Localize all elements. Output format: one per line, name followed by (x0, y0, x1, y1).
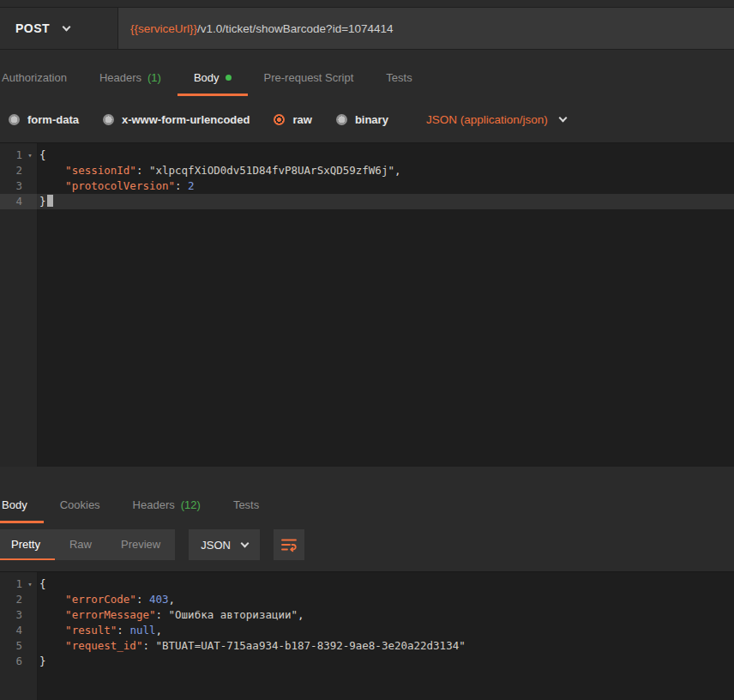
code-line[interactable]: 4} (0, 194, 734, 209)
view-raw[interactable]: Raw (55, 529, 106, 560)
radio-label: x-www-form-urlencoded (122, 113, 250, 126)
code-token: { (39, 577, 46, 590)
view-preview[interactable]: Preview (106, 529, 175, 560)
url-variable: {{serviceUrl}} (130, 22, 197, 35)
code-line[interactable]: 2 "sessionId": "xlpcqfXiOD0dv51D84fvP8UA… (0, 163, 734, 178)
code-token: : (155, 608, 168, 621)
line-number: 4 (0, 194, 22, 209)
code-token: "sessionId" (65, 164, 136, 177)
code-text: "result": null, (38, 623, 162, 638)
request-body-editor[interactable]: 1▾{2 "sessionId": "xlpcqfXiOD0dv51D84fvP… (0, 142, 734, 467)
code-token: "errorCode" (65, 593, 136, 606)
radio-icon (9, 114, 20, 125)
tab-label: Tests (386, 71, 412, 84)
tab-response-body[interactable]: Body (0, 489, 44, 523)
code-token: "Ошибка авторизации" (169, 608, 298, 621)
fold-caret-icon[interactable]: ▾ (22, 148, 38, 163)
code-text: "sessionId": "xlpcqfXiOD0dv51D84fvP8UArS… (38, 163, 400, 178)
code-token: "request_id" (65, 639, 142, 652)
code-token: , (156, 624, 163, 637)
fold-caret-icon[interactable]: ▾ (22, 576, 38, 592)
request-code-lines: 1▾{2 "sessionId": "xlpcqfXiOD0dv51D84fvP… (0, 143, 734, 209)
code-token: , (169, 593, 176, 606)
tab-authorization[interactable]: Authorization (0, 62, 83, 96)
code-token: "xlpcqfXiOD0dv51D84fvP8UArSxQD59zfW6j" (149, 164, 394, 177)
code-token: } (39, 655, 46, 667)
radio-binary[interactable]: binary (336, 113, 388, 126)
fold-gutter (22, 638, 38, 654)
code-token: : (175, 179, 188, 192)
code-line[interactable]: 3 "errorMessage": "Ошибка авторизации", (0, 607, 734, 623)
response-format-dropdown[interactable]: JSON (189, 529, 260, 560)
code-line[interactable]: 2 "errorCode": 403, (0, 592, 734, 607)
radio-icon (103, 114, 114, 125)
radio-x-www-form-urlencoded[interactable]: x-www-form-urlencoded (103, 113, 250, 126)
code-token: : (136, 164, 149, 177)
view-label: Preview (121, 538, 160, 551)
url-path: /v1.0/ticket/showBarcode?id=1074414 (197, 22, 394, 35)
line-number: 2 (0, 163, 22, 178)
fold-gutter (22, 194, 38, 209)
radio-label: binary (355, 113, 388, 126)
tab-response-headers[interactable]: Headers (12) (117, 489, 217, 523)
code-text: } (38, 654, 46, 669)
chevron-down-icon (63, 22, 71, 31)
line-number: 5 (0, 638, 22, 654)
code-token (39, 164, 65, 177)
code-line[interactable]: 5 "request_id": "BTUAT=UAT-715aa934-b187… (0, 638, 734, 654)
code-text: "request_id": "BTUAT=UAT-715aa934-b187-8… (38, 638, 466, 654)
view-label: Raw (69, 538, 92, 551)
code-token: "errorMessage" (65, 608, 155, 621)
code-text: "errorCode": 403, (38, 592, 175, 607)
code-line[interactable]: 3 "protocolVersion": 2 (0, 178, 734, 194)
radio-form-data[interactable]: form-data (9, 113, 79, 126)
wrap-lines-icon (280, 537, 298, 552)
radio-icon (336, 114, 347, 125)
code-token (39, 179, 65, 192)
tab-label: Pre-request Script (264, 71, 354, 84)
code-token: { (39, 148, 46, 161)
wrap-lines-button[interactable] (274, 529, 304, 560)
response-body-editor[interactable]: 1▾{2 "errorCode": 403,3 "errorMessage": … (0, 571, 734, 700)
radio-raw[interactable]: raw (274, 113, 311, 126)
line-number: 1 (0, 576, 22, 592)
tab-tests[interactable]: Tests (370, 62, 428, 96)
line-number: 3 (0, 178, 22, 194)
code-token: } (39, 195, 46, 208)
tab-label: Headers (99, 71, 141, 84)
line-number: 6 (0, 654, 22, 669)
code-text: "errorMessage": "Ошибка авторизации", (38, 607, 304, 623)
code-token (39, 608, 65, 621)
tab-headers[interactable]: Headers (1) (83, 62, 177, 96)
view-pretty[interactable]: Pretty (0, 529, 55, 560)
tab-body[interactable]: Body (177, 62, 248, 96)
request-tabs: Authorization Headers (1) Body Pre-reque… (0, 62, 734, 96)
tab-cookies[interactable]: Cookies (44, 489, 117, 523)
code-line[interactable]: 1▾{ (0, 576, 734, 592)
request-url-bar: POST {{serviceUrl}}/v1.0/ticket/showBarc… (0, 7, 734, 50)
tab-label: Body (2, 498, 27, 511)
line-number: 4 (0, 623, 22, 638)
code-token: "BTUAT=UAT-715aa934-b187-8392-9ae8-3e20a… (155, 639, 465, 652)
line-number: 2 (0, 592, 22, 607)
method-selector[interactable]: POST (0, 8, 118, 49)
code-line[interactable]: 6} (0, 654, 734, 669)
code-line[interactable]: 1▾{ (0, 148, 734, 163)
response-tabs: Body Cookies Headers (12) Tests (0, 489, 734, 523)
tab-label: Headers (133, 498, 175, 511)
content-type-dropdown[interactable]: JSON (application/json) (426, 113, 566, 126)
code-token (39, 593, 65, 606)
fold-gutter (22, 163, 38, 178)
code-text: { (38, 148, 46, 163)
section-divider (0, 467, 734, 489)
tab-pre-request-script[interactable]: Pre-request Script (248, 62, 370, 96)
fold-gutter (22, 592, 38, 607)
code-token: 2 (188, 179, 195, 192)
code-token: "result" (65, 624, 117, 637)
tab-label: Tests (233, 498, 259, 511)
tab-response-tests[interactable]: Tests (217, 489, 275, 523)
code-line[interactable]: 4 "result": null, (0, 623, 734, 638)
url-input[interactable]: {{serviceUrl}}/v1.0/ticket/showBarcode?i… (118, 8, 734, 49)
postman-window: POST {{serviceUrl}}/v1.0/ticket/showBarc… (0, 0, 734, 700)
code-token: , (298, 608, 304, 621)
